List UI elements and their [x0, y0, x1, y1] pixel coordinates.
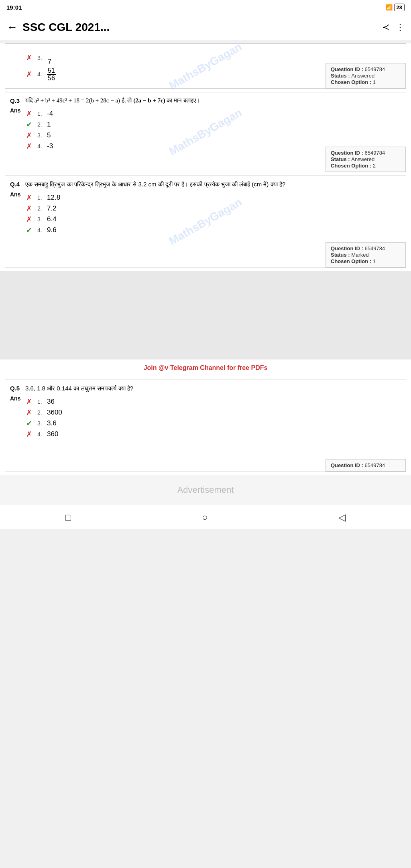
question-card-q2-partial: MathsByGagan ✗ 3. 7 ✗ 4.: [5, 43, 406, 89]
option-item: ✗ 4. 51 56: [26, 67, 56, 82]
option-item: ✗ 3. 6.4: [26, 215, 60, 224]
nav-back-button[interactable]: ◁: [338, 512, 346, 523]
question-header-q4: Q.4 एक समबाहु त्रिभुज का परिकेन्द्र त्रि…: [10, 181, 401, 188]
info-chosen-option: Chosen Option : 1: [331, 79, 401, 85]
option-val: -3: [47, 142, 53, 150]
status-time: 19:01: [6, 4, 22, 11]
question-text-q4: एक समबाहु त्रिभुज का परिकेन्द्र त्रिभुज …: [25, 181, 401, 188]
section-spacer: [0, 271, 411, 359]
info-question-id: Question ID : 6549784: [331, 462, 401, 468]
info-box-q3: Question ID : 6549784 Status : Answered …: [326, 147, 406, 172]
ans-label-q4: Ans: [10, 191, 24, 198]
info-chosen-option: Chosen Option : 1: [331, 258, 401, 264]
advertisement-area: Advertisement: [0, 475, 411, 505]
option-item: ✔ 3. 3.6: [26, 419, 62, 428]
option-item: ✗ 1. 36: [26, 397, 62, 406]
option-val: 6.4: [47, 215, 57, 223]
option-val: 9.6: [47, 226, 57, 234]
info-question-id: Question ID : 6549784: [331, 150, 401, 156]
option-item: ✗ 2. 3600: [26, 408, 62, 417]
option-item: ✗ 4. 360: [26, 430, 62, 439]
option-val: 1: [47, 120, 51, 129]
option-val: 12.8: [47, 194, 60, 202]
option-val: 36: [47, 398, 55, 406]
question-num-q3: Q.3: [10, 97, 22, 104]
info-chosen-option: Chosen Option : 2: [331, 163, 401, 169]
option-num: 1.: [37, 110, 44, 117]
app-bar-actions: ≺ ⋮: [382, 22, 405, 33]
status-right-icons: 📶 28: [386, 4, 405, 10]
ans-row-q3: Ans ✗ 1. -4 ✔ 2. 1 ✗ 3. 5 ✗: [10, 107, 401, 153]
info-question-id: Question ID : 6549784: [331, 66, 401, 72]
option-num: 4.: [37, 143, 44, 149]
wrong-icon: ✗: [26, 109, 34, 118]
option-num: 3.: [37, 216, 44, 223]
wrong-icon: ✗: [26, 397, 34, 406]
option-num: 1.: [37, 194, 44, 201]
question-header-q5: Q.5 3.6, 1.8 और 0.144 का लघुत्तम समापवर्…: [10, 385, 401, 392]
wrong-icon: ✗: [26, 204, 34, 213]
question-text-q5: 3.6, 1.8 और 0.144 का लघुत्तम समापवर्त्य …: [25, 385, 401, 392]
option-num: 4.: [37, 431, 44, 437]
option-val: 7: [47, 51, 52, 65]
app-bar: ← SSC CGL 2021... ≺ ⋮: [0, 14, 411, 40]
correct-icon: ✔: [26, 226, 34, 235]
telegram-banner: Join @v Telegram Channel for free PDFs: [0, 359, 411, 376]
app-title: SSC CGL 2021...: [22, 21, 382, 34]
question-card-q3: MathsByGagan Q.3 यदि a² + b² + 49c² + 18…: [5, 92, 406, 172]
option-item: ✗ 3. 7: [26, 51, 56, 65]
ans-row-q5: Ans ✗ 1. 36 ✗ 2. 3600 ✔ 3. 3.6: [10, 395, 401, 441]
option-num: 3.: [37, 55, 44, 61]
ans-row-q4: Ans ✗ 1. 12.8 ✗ 2. 7.2 ✗ 3. 6.4: [10, 191, 401, 237]
option-val: 51 56: [47, 67, 56, 82]
wrong-icon: ✗: [26, 142, 34, 151]
back-button[interactable]: ←: [6, 21, 18, 34]
option-val: 5: [47, 131, 51, 139]
option-num: 2.: [37, 409, 44, 416]
wrong-icon: ✗: [26, 193, 34, 202]
correct-icon: ✔: [26, 120, 34, 129]
info-question-id: Question ID : 6549784: [331, 245, 401, 251]
content-area: MathsByGagan ✗ 3. 7 ✗ 4.: [0, 43, 411, 505]
status-bar: 19:01 📶 28: [0, 0, 411, 14]
info-status: Status : Marked: [331, 252, 401, 258]
option-num: 2.: [37, 205, 44, 212]
option-num: 3.: [37, 132, 44, 139]
question-header-q3: Q.3 यदि a² + b² + 49c² + 18 = 2(b + 28c …: [10, 97, 401, 104]
option-item: ✗ 1. 12.8: [26, 193, 60, 202]
info-box-q2: Question ID : 6549784 Status : Answered …: [326, 63, 406, 88]
telegram-text: Join @v Telegram Channel for free PDFs: [144, 364, 268, 371]
signal-icon: 📶: [386, 4, 393, 10]
question-num-q5: Q.5: [10, 385, 22, 392]
wrong-icon: ✗: [26, 131, 34, 140]
info-status: Status : Answered: [331, 156, 401, 162]
share-icon[interactable]: ≺: [382, 22, 389, 33]
ans-label-q5: Ans: [10, 395, 24, 402]
info-box-q5: Question ID : 6549784: [326, 459, 406, 472]
option-item: ✗ 1. -4: [26, 109, 53, 118]
options-list-q4: ✗ 1. 12.8 ✗ 2. 7.2 ✗ 3. 6.4 ✔ 4. 9.6: [26, 191, 60, 237]
question-card-q5: Q.5 3.6, 1.8 और 0.144 का लघुत्तम समापवर्…: [5, 380, 406, 472]
wrong-icon: ✗: [26, 53, 34, 62]
menu-icon[interactable]: ⋮: [396, 22, 405, 33]
question-text-q3: यदि a² + b² + 49c² + 18 = 2(b + 28c − a)…: [25, 97, 401, 104]
wrong-icon: ✗: [26, 70, 34, 79]
ans-label-q3: Ans: [10, 107, 24, 114]
option-item: ✔ 2. 1: [26, 120, 53, 129]
battery-icon: 28: [394, 4, 405, 10]
option-num: 2.: [37, 121, 44, 128]
wrong-icon: ✗: [26, 215, 34, 224]
question-num-q4: Q.4: [10, 181, 22, 188]
option-num: 1.: [37, 398, 44, 405]
option-item: ✗ 4. -3: [26, 142, 53, 151]
options-list-q5: ✗ 1. 36 ✗ 2. 3600 ✔ 3. 3.6 ✗ 4. 360: [26, 395, 62, 441]
option-val: 7.2: [47, 204, 57, 212]
question-card-q4: MathsByGagan Q.4 एक समबाहु त्रिभुज का पर…: [5, 176, 406, 268]
option-val: -4: [47, 110, 53, 118]
nav-circle-button[interactable]: ○: [202, 512, 208, 523]
battery-level: 28: [394, 4, 405, 11]
nav-square-button[interactable]: □: [65, 512, 71, 523]
correct-icon: ✔: [26, 419, 34, 428]
info-status: Status : Answered: [331, 73, 401, 79]
options-list-q2: ✗ 3. 7 ✗ 4. 51 56: [26, 49, 56, 84]
